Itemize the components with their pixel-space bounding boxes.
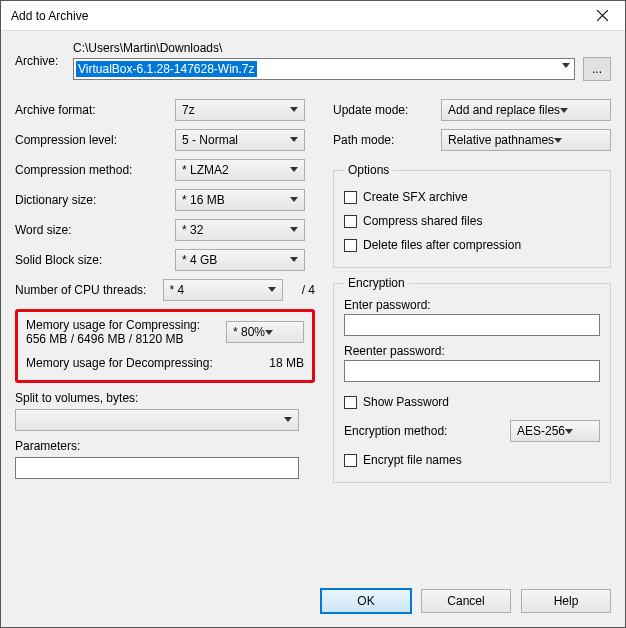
chevron-down-icon — [268, 287, 276, 292]
params-label: Parameters: — [15, 439, 315, 453]
chevron-down-icon — [290, 257, 298, 262]
delete-checkbox[interactable]: Delete files after compression — [344, 233, 600, 257]
memory-highlight: Memory usage for Compressing: 656 MB / 6… — [15, 309, 315, 383]
archive-path: C:\Users\Martin\Downloads\ — [73, 41, 611, 55]
button-bar: OK Cancel Help — [321, 589, 611, 613]
ok-button[interactable]: OK — [321, 589, 411, 613]
checkbox-icon — [344, 239, 357, 252]
encryption-group: Encryption Enter password: Reenter passw… — [333, 276, 611, 483]
checkbox-icon — [344, 191, 357, 204]
enter-password-label: Enter password: — [344, 298, 600, 312]
encrypt-names-checkbox[interactable]: Encrypt file names — [344, 448, 600, 472]
browse-button[interactable]: ... — [583, 57, 611, 81]
reenter-password-label: Reenter password: — [344, 344, 600, 358]
chevron-down-icon — [290, 197, 298, 202]
dict-label: Dictionary size: — [15, 193, 175, 207]
block-label: Solid Block size: — [15, 253, 175, 267]
show-password-checkbox[interactable]: Show Password — [344, 390, 600, 414]
cpu-select[interactable]: * 4 — [163, 279, 284, 301]
update-select[interactable]: Add and replace files — [441, 99, 611, 121]
shared-checkbox[interactable]: Compress shared files — [344, 209, 600, 233]
chevron-down-icon — [554, 138, 562, 143]
word-label: Word size: — [15, 223, 175, 237]
dict-select[interactable]: * 16 MB — [175, 189, 305, 211]
mem-decompress-label: Memory usage for Decompressing: — [26, 356, 213, 370]
sfx-checkbox[interactable]: Create SFX archive — [344, 185, 600, 209]
help-button[interactable]: Help — [521, 589, 611, 613]
chevron-down-icon — [265, 330, 273, 335]
chevron-down-icon — [565, 429, 573, 434]
cpu-total: / 4 — [289, 283, 315, 297]
method-select[interactable]: * LZMA2 — [175, 159, 305, 181]
chevron-down-icon — [290, 107, 298, 112]
options-group: Options Create SFX archive Compress shar… — [333, 163, 611, 268]
password-input[interactable] — [344, 314, 600, 336]
split-combo[interactable] — [15, 409, 299, 431]
word-select[interactable]: * 32 — [175, 219, 305, 241]
archive-label: Archive: — [15, 54, 73, 68]
level-label: Compression level: — [15, 133, 175, 147]
close-button[interactable] — [580, 1, 625, 31]
cpu-label: Number of CPU threads: — [15, 283, 163, 297]
chevron-down-icon — [290, 167, 298, 172]
chevron-down-icon — [284, 417, 292, 422]
chevron-down-icon — [290, 137, 298, 142]
options-legend: Options — [344, 163, 393, 177]
cancel-button[interactable]: Cancel — [421, 589, 511, 613]
params-input[interactable] — [15, 457, 299, 479]
block-select[interactable]: * 4 GB — [175, 249, 305, 271]
chevron-down-icon — [290, 227, 298, 232]
checkbox-icon — [344, 215, 357, 228]
enc-method-select[interactable]: AES-256 — [510, 420, 600, 442]
close-icon — [597, 10, 608, 21]
archive-file-combo[interactable]: VirtualBox-6.1.28-147628-Win.7z — [73, 58, 575, 80]
checkbox-icon — [344, 454, 357, 467]
titlebar: Add to Archive — [1, 1, 625, 31]
encryption-legend: Encryption — [344, 276, 409, 290]
enc-method-label: Encryption method: — [344, 424, 500, 438]
mem-compress-label: Memory usage for Compressing: — [26, 318, 200, 332]
pathmode-label: Path mode: — [333, 133, 441, 147]
chevron-down-icon — [560, 108, 568, 113]
mem-percent-select[interactable]: * 80% — [226, 321, 304, 343]
format-select[interactable]: 7z — [175, 99, 305, 121]
mem-decompress-value: 18 MB — [269, 356, 304, 370]
archive-file-value: VirtualBox-6.1.28-147628-Win.7z — [76, 61, 257, 77]
level-select[interactable]: 5 - Normal — [175, 129, 305, 151]
split-label: Split to volumes, bytes: — [15, 391, 315, 405]
checkbox-icon — [344, 396, 357, 409]
method-label: Compression method: — [15, 163, 175, 177]
pathmode-select[interactable]: Relative pathnames — [441, 129, 611, 151]
format-label: Archive format: — [15, 103, 175, 117]
chevron-down-icon — [562, 63, 570, 68]
window-title: Add to Archive — [11, 9, 88, 23]
update-label: Update mode: — [333, 103, 441, 117]
mem-compress-value: 656 MB / 6496 MB / 8120 MB — [26, 332, 200, 346]
reenter-password-input[interactable] — [344, 360, 600, 382]
